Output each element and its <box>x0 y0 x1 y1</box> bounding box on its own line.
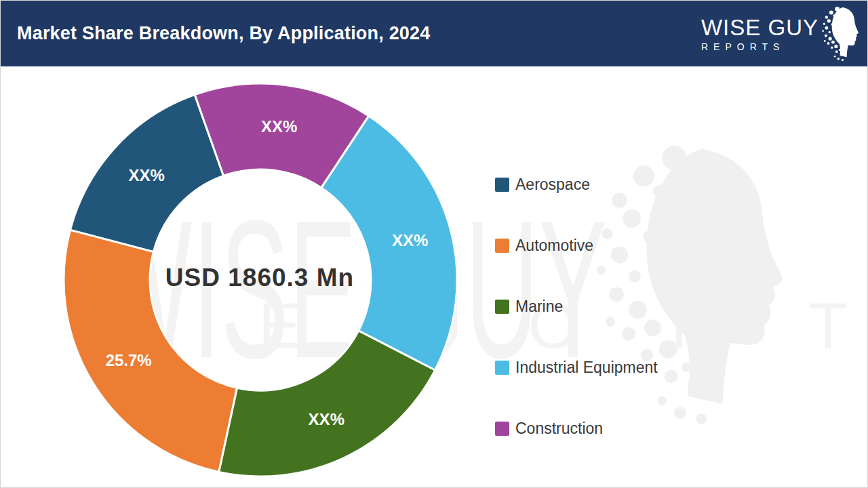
legend-swatch-marine <box>495 300 509 314</box>
slice-label-construction: XX% <box>261 117 297 136</box>
legend-swatch-automotive <box>495 239 509 253</box>
brand-subname: REPORTS <box>701 42 818 52</box>
brand-name: WISE GUY <box>701 16 818 39</box>
infographic-canvas: WISE GUY R E P O R T S Market Share Brea… <box>0 0 868 488</box>
legend-item-aerospace: Aerospace <box>495 175 658 194</box>
slice-label-automotive: 25.7% <box>106 351 152 369</box>
header-bar: Market Share Breakdown, By Application, … <box>1 1 868 66</box>
legend-label-construction: Construction <box>515 421 603 436</box>
legend-item-marine: Marine <box>495 297 658 316</box>
legend-swatch-construction <box>495 422 509 436</box>
page-title: Market Share Breakdown, By Application, … <box>1 23 431 44</box>
legend-label-industrial-equipment: Industrial Equipment <box>515 360 658 375</box>
legend-swatch-aerospace <box>495 178 509 192</box>
legend-swatch-industrial-equipment <box>495 361 509 375</box>
brand-logo-text: WISE GUY REPORTS <box>701 16 818 52</box>
chart-legend: Aerospace Automotive Marine Industrial E… <box>495 175 658 438</box>
legend-item-automotive: Automotive <box>495 236 658 255</box>
slice-label-aerospace: XX% <box>129 166 165 184</box>
legend-item-industrial-equipment: Industrial Equipment <box>495 358 658 377</box>
donut-chart: XX%25.7%XX%XX%XX% USD 1860.3 Mn <box>1 68 523 488</box>
slice-label-marine: XX% <box>309 410 344 428</box>
legend-label-aerospace: Aerospace <box>515 177 590 192</box>
slice-label-industrial-equipment: XX% <box>392 231 428 249</box>
legend-label-marine: Marine <box>515 299 563 314</box>
brand-logo: WISE GUY REPORTS <box>701 5 859 62</box>
brand-face-icon <box>821 5 859 62</box>
chart-center-value: USD 1860.3 Mn <box>165 264 354 291</box>
legend-label-automotive: Automotive <box>515 238 593 253</box>
legend-item-construction: Construction <box>495 419 658 438</box>
